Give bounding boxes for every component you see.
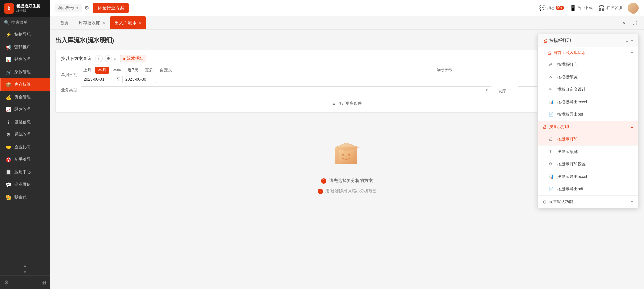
svg-point-2	[342, 154, 344, 156]
sidebar-item-app-center[interactable]: 🔲 应用中心	[0, 166, 50, 178]
topbar: 演示账号 ▼ ⚙ 体验行业方案 💬 消息 99+ 📱 App下载 🎧 在线客服	[50, 0, 644, 16]
dropdown-display-excel-label: 按显示导出excel	[557, 174, 587, 180]
sidebar-item-label: 快捷导航	[14, 32, 46, 37]
tab-batch-account[interactable]: 库存批次账 ×	[74, 16, 110, 29]
date-tab-more[interactable]: 更多	[142, 67, 156, 74]
dropdown-item-label: 按模板预览	[557, 74, 578, 80]
sidebar-item-guide[interactable]: 🎯 新手引导	[0, 153, 50, 166]
sidebar-scroll-up[interactable]: ▲	[23, 264, 27, 267]
message-button[interactable]: 💬 消息 99+	[539, 5, 564, 11]
sidebar-search[interactable]: 🔍 搜索菜单	[0, 17, 50, 28]
tab-maximize-button[interactable]: ⛶	[631, 19, 639, 27]
dropdown-display-section[interactable]: 🖨 按显示打印 ▲	[538, 121, 638, 133]
dropdown-item-label: 按模板导出pdf	[557, 112, 583, 117]
footer-gear-icon[interactable]: ⚙	[4, 279, 9, 286]
dropdown-item-template-excel[interactable]: 📊 按模板导出excel	[538, 96, 638, 108]
dropdown-item-display-print-settings[interactable]: ⚙ 按显示打印设置	[538, 158, 638, 170]
close-all-icon: ✕	[622, 20, 626, 25]
user-name: 演示账号	[58, 5, 74, 11]
svg-point-3	[348, 154, 350, 156]
dropdown-item-template-custom[interactable]: ✏ 模板自定义设计	[538, 83, 638, 96]
dropdown-up-arrow[interactable]: ▲	[625, 39, 629, 43]
filter-settings-button[interactable]: ⚙	[105, 55, 112, 62]
dropdown-down-arrow[interactable]: ▼	[630, 39, 634, 43]
sidebar-scroll-down[interactable]: ▼	[23, 270, 27, 274]
sidebar-item-label: 基础信息	[14, 119, 46, 125]
dropdown-item-display-pdf[interactable]: 📄 按显示导出pdf	[538, 183, 638, 195]
date-range: 至	[81, 76, 430, 83]
sidebar-item-finance[interactable]: 💰 资金管理	[0, 91, 50, 103]
date-tab-prev-month[interactable]: 上月	[81, 67, 94, 74]
online-service-button[interactable]: 🎧 在线客服	[598, 5, 622, 11]
dropdown-item-display-print[interactable]: 🖨 按显示打印	[538, 133, 638, 146]
print-dropdown-panel: 🖨 按模板打印 ▲ ▼ 🖨 当前：出入库流水 ▼ 🖨 按模板打印 👁 按模板预览…	[537, 34, 639, 208]
trial-button[interactable]: 体验行业方案	[93, 3, 129, 13]
sidebar-item-inventory[interactable]: 📦 库存核算	[0, 78, 50, 91]
dropdown-header-label: 按模板打印	[549, 37, 571, 44]
sidebar-item-operations[interactable]: 📈 经营管理	[0, 103, 50, 116]
empty-state-icon	[330, 137, 364, 171]
sidebar-item-wechat[interactable]: 💬 企业微信	[0, 178, 50, 191]
topbar-gear-icon[interactable]: ⚙	[84, 5, 89, 11]
date-tab-last-7-days[interactable]: 近7天	[125, 67, 141, 74]
avatar-image	[628, 3, 639, 14]
app-download-button[interactable]: 📱 App下载	[569, 5, 593, 11]
sidebar-item-sales[interactable]: 📊 销售管理	[0, 53, 50, 66]
app-center-icon: 🔲	[5, 169, 12, 175]
dropdown-item-display-preview[interactable]: 👁 按显示预览	[538, 146, 638, 158]
dropdown-display-preview-label: 按显示预览	[557, 149, 578, 155]
tab-home-label: 首页	[60, 20, 69, 26]
sidebar-item-purchase[interactable]: 🛒 采购管理	[0, 66, 50, 78]
dropdown-item-display-excel[interactable]: 📊 按显示导出excel	[538, 170, 638, 183]
sidebar-item-vip[interactable]: 👑 畅会员	[0, 191, 50, 203]
dropdown-display-settings-label: 按显示打印设置	[557, 161, 586, 167]
dropdown-display-preview-icon: 👁	[549, 149, 555, 155]
tab-home[interactable]: 首页	[55, 16, 74, 29]
tab-close-all-button[interactable]: ✕	[620, 19, 628, 27]
tab-inout-flow[interactable]: 出入库流水 ×	[110, 16, 146, 29]
sidebar-item-basic-info[interactable]: ℹ 基础信息	[0, 116, 50, 128]
sidebar-item-quick-nav[interactable]: ⚡ 快捷导航	[0, 28, 50, 41]
business-type-select[interactable]: ▼	[81, 86, 491, 94]
sidebar-item-system[interactable]: ⚙ 系统管理	[0, 128, 50, 141]
date-tab-custom[interactable]: 自定义	[157, 67, 175, 74]
dropdown-footer-arrow: ▼	[630, 200, 634, 204]
dropdown-item-label: 按模板导出excel	[557, 99, 587, 105]
filter-active-label: 流水明细	[127, 56, 143, 61]
user-area[interactable]: 演示账号 ▼	[55, 4, 82, 12]
tab-inout-close-icon[interactable]: ×	[139, 21, 141, 25]
date-to-input[interactable]	[122, 76, 156, 83]
date-tab-this-year[interactable]: 本年	[110, 67, 124, 74]
dropdown-print-icon: 🖨	[543, 38, 547, 43]
filter-active-tag: ● 流水明细	[120, 55, 146, 62]
sidebar-item-label: 系统管理	[14, 132, 46, 137]
collapse-button[interactable]: ▲ 收起更多条件	[328, 99, 366, 108]
sidebar-item-label: 销售管理	[14, 57, 46, 62]
filter-add-button[interactable]: +	[95, 55, 103, 62]
empty-text-2: 2 用[过滤]条件来缩小分析范围	[318, 188, 376, 194]
sidebar-item-label: 畅会员	[14, 194, 46, 200]
dropdown-item-template-preview[interactable]: 👁 按模板预览	[538, 71, 638, 83]
dropdown-current-item[interactable]: 🖨 当前：出入库流水 ▼	[538, 47, 638, 58]
sidebar-item-label: 企业协同	[14, 144, 46, 150]
dropdown-item-template-print[interactable]: 🖨 按模板打印	[538, 58, 638, 71]
message-icon: 💬	[539, 5, 546, 11]
dropdown-display-pdf-icon: 📄	[549, 186, 555, 192]
filter-business-type-item: 业务类型 ▼	[61, 86, 491, 94]
bill-type-label: 单据类型	[436, 68, 453, 73]
dropdown-footer-label: 设置默认功能	[549, 199, 573, 205]
date-tab-current-month[interactable]: 本月	[95, 67, 109, 74]
filter-collapse-button[interactable]: «	[114, 56, 117, 61]
dropdown-item-template-pdf[interactable]: 📄 按模板导出pdf	[538, 108, 638, 121]
sales-icon: 📊	[5, 57, 12, 62]
sidebar-item-enterprise[interactable]: 🤝 企业协同	[0, 141, 50, 153]
user-avatar[interactable]	[628, 3, 639, 14]
footer-toggle-icon[interactable]: ⊞	[41, 279, 46, 286]
tab-batch-close-icon[interactable]: ×	[103, 21, 105, 25]
sidebar-logo: b 畅捷通好生意 标准版	[0, 0, 50, 17]
date-from-input[interactable]	[81, 76, 114, 83]
sidebar-item-marketing[interactable]: 📢 营销推广	[0, 41, 50, 53]
dropdown-footer[interactable]: ⚙ 设置默认功能 ▼	[538, 195, 638, 208]
user-chevron-icon: ▼	[76, 6, 79, 10]
dropdown-display-pdf-label: 按显示导出pdf	[557, 186, 583, 192]
